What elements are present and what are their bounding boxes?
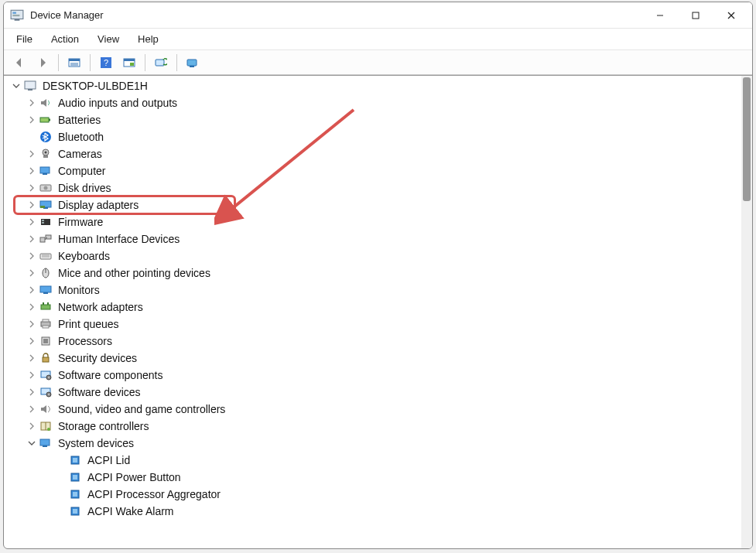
tree-item-print-queues[interactable]: Print queues [4,316,741,333]
close-button[interactable] [713,2,749,29]
svg-rect-56 [43,357,49,362]
tree-item-firmware[interactable]: Firmware [4,213,741,230]
chevron-right-icon[interactable] [26,318,38,330]
chip-icon [67,453,83,467]
tree-item-acpi-processor-aggregator[interactable]: ACPI Processor Aggregator [4,486,741,503]
chevron-right-icon[interactable] [26,233,38,245]
chevron-right-icon[interactable] [26,97,38,109]
tree-item-label: ACPI Wake Alarm [87,505,174,517]
svg-rect-70 [73,475,77,480]
svg-rect-28 [40,167,50,173]
cpu-icon [38,334,53,348]
tree-item-label: Keyboards [58,250,110,262]
tree-item-display-adapters[interactable]: Display adapters [4,196,741,213]
mouse-icon [38,266,53,280]
add-driver-button[interactable] [182,53,204,73]
chevron-right-icon[interactable] [26,369,38,381]
tree-item-batteries[interactable]: Batteries [4,111,741,128]
firmware-icon [38,215,53,229]
tree-item-network-adapters[interactable]: Network adapters [4,299,741,316]
tree-root[interactable]: DESKTOP-ULBDE1H [4,77,741,94]
chevron-right-icon[interactable] [26,284,38,296]
tree-item-label: Security devices [58,352,137,364]
toolbar-separator [58,54,59,71]
svg-rect-36 [42,220,44,221]
tree-item-label: ACPI Processor Aggregator [87,488,221,500]
svg-rect-29 [43,173,47,175]
show-hidden-button[interactable] [63,53,85,73]
chevron-right-icon[interactable] [26,301,38,313]
tree-item-system-devices[interactable]: System devices [4,435,741,452]
tree-item-audio-inputs-and-outputs[interactable]: Audio inputs and outputs [4,94,741,111]
help-button[interactable]: ? [95,53,117,73]
minimize-button[interactable] [642,2,678,29]
menu-view[interactable]: View [88,30,128,48]
svg-rect-27 [43,155,48,158]
menu-help[interactable]: Help [128,30,168,48]
chevron-right-icon[interactable] [26,216,38,228]
tree-item-acpi-lid[interactable]: ACPI Lid [4,452,741,469]
disk-icon [38,181,53,195]
scrollbar-thumb[interactable] [743,77,751,201]
tree-item-acpi-wake-alarm[interactable]: ACPI Wake Alarm [4,503,741,520]
security-icon [38,351,53,365]
tree-item-label: Storage controllers [58,420,149,432]
tree-item-human-interface-devices[interactable]: Human Interface Devices [4,230,741,247]
chevron-right-icon[interactable] [26,335,38,347]
svg-rect-50 [47,302,49,305]
tree-item-cameras[interactable]: Cameras [4,145,741,162]
tree-item-label: ACPI Power Button [87,471,181,483]
chevron-down-icon[interactable] [26,437,38,449]
tree-item-label: ACPI Lid [87,454,130,466]
app-icon [10,9,24,22]
toolbar: ? [4,50,752,75]
maximize-button[interactable] [678,2,713,29]
tree-item-keyboards[interactable]: Keyboards [4,247,741,265]
back-button[interactable] [9,53,30,73]
menu-file[interactable]: File [7,30,42,48]
device-tree[interactable]: DESKTOP-ULBDE1HAudio inputs and outputsB… [4,76,741,548]
svg-rect-20 [25,81,36,89]
tree-item-sound-video-and-game-controllers[interactable]: Sound, video and game controllers [4,401,741,418]
tree-item-bluetooth[interactable]: Bluetooth [4,128,741,145]
tree-item-software-devices[interactable]: Software devices [4,384,741,401]
network-icon [38,300,53,314]
tree-item-software-components[interactable]: Software components [4,367,741,384]
tree-item-security-devices[interactable]: Security devices [4,350,741,367]
chevron-right-icon[interactable] [26,165,38,177]
chevron-down-icon[interactable] [10,80,22,92]
tree-item-label: System devices [58,437,134,449]
tree-item-computer[interactable]: Computer [4,162,741,179]
scan-hardware-button[interactable] [150,53,172,73]
svg-rect-37 [42,222,44,224]
forward-button[interactable] [32,53,53,73]
chevron-right-icon[interactable] [26,182,38,194]
chevron-right-icon[interactable] [26,420,38,432]
chevron-right-icon[interactable] [26,199,38,211]
display-icon [38,198,53,212]
chevron-right-icon[interactable] [26,148,38,160]
svg-rect-53 [43,326,49,328]
properties-button[interactable] [118,53,140,73]
chevron-right-icon[interactable] [26,114,38,126]
tree-item-storage-controllers[interactable]: Storage controllers [4,418,741,435]
tree-item-label: Processors [58,335,112,347]
device-manager-window: Device Manager File Action View Help [3,2,753,549]
content-area: DESKTOP-ULBDE1HAudio inputs and outputsB… [4,75,752,548]
svg-rect-34 [40,206,45,208]
tree-item-label: Disk drives [58,182,111,194]
chevron-right-icon[interactable] [26,352,38,364]
chevron-right-icon[interactable] [26,403,38,415]
vertical-scrollbar[interactable] [741,76,752,548]
tree-item-processors[interactable]: Processors [4,333,741,350]
svg-rect-1 [15,19,20,20]
system-icon [38,436,53,450]
tree-item-monitors[interactable]: Monitors [4,282,741,299]
menu-action[interactable]: Action [42,30,88,48]
tree-item-disk-drives[interactable]: Disk drives [4,179,741,196]
chevron-right-icon[interactable] [26,386,38,398]
tree-item-mice-and-other-pointing-devices[interactable]: Mice and other pointing devices [4,265,741,282]
tree-item-acpi-power-button[interactable]: ACPI Power Button [4,469,741,486]
chevron-right-icon[interactable] [26,267,38,279]
chevron-right-icon[interactable] [26,250,38,262]
